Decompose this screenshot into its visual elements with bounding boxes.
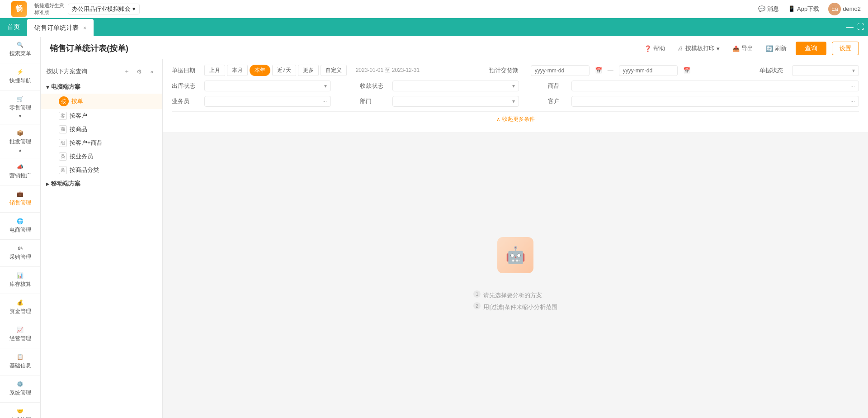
ecommerce-icon: 🌐 (17, 218, 24, 224)
scheme-item-by-customer-product[interactable]: 组 按客户+商品 (41, 136, 162, 150)
sidebar-item-inventory[interactable]: 📊 库存核算 (0, 267, 40, 294)
page-title: 销售订单统计表(按单) (50, 43, 128, 54)
purchase-icon: 🛍 (18, 245, 23, 252)
tab-sales-order-stats[interactable]: 销售订单统计表 × (27, 19, 94, 37)
user-avatar-action[interactable]: Ea demo2 (828, 3, 861, 15)
empty-icon: 🤖 (488, 237, 542, 282)
account-dropdown[interactable]: 办公用品行业模拟账套 ▾ (68, 4, 140, 14)
print-icon: 🖨 (678, 45, 684, 52)
tree-parent-pc[interactable]: ▾ 电脑端方案 (41, 80, 162, 94)
left-panel-actions: ＋ ⚙ « (122, 66, 157, 76)
logo-box: 畅 (7, 1, 31, 17)
sidebar-item-wholesale[interactable]: 📦 批发管理 ▴ (0, 124, 40, 158)
scheme-item-by-category[interactable]: 类 按商品分类 (41, 163, 162, 177)
salesperson-more-icon: ··· (322, 98, 327, 104)
scheme-salesperson-icon: 员 (59, 152, 67, 161)
add-scheme-button[interactable]: ＋ (122, 66, 132, 76)
tab-minimize-icon[interactable]: — (846, 23, 854, 31)
date-btn-custom[interactable]: 自定义 (321, 65, 347, 76)
refresh-button[interactable]: 🔄 刷新 (762, 43, 790, 54)
query-button[interactable]: 查询 (796, 42, 826, 55)
ship-status-select[interactable]: ▾ (204, 81, 331, 91)
wholesale-icon: 📦 (17, 130, 24, 136)
right-panel: 单据日期 上月 本月 本年 近7天 更多 自定义 2023-01-01 至 20… (163, 59, 868, 418)
sidebar-item-marketing[interactable]: 📣 营销推广 (0, 158, 40, 185)
department-select[interactable]: ▾ (392, 96, 519, 107)
left-panel-header: 按以下方案查询 ＋ ⚙ « (41, 64, 162, 80)
payment-status-select[interactable]: ▾ (392, 81, 519, 91)
status-dropdown-icon: ▾ (852, 67, 855, 74)
department-dropdown-icon: ▾ (512, 98, 515, 104)
refresh-icon: 🔄 (766, 45, 773, 52)
sidebar-item-search[interactable]: 🔍 搜索菜单 (0, 36, 40, 63)
scheme-customer-product-icon: 组 (59, 139, 67, 147)
tree-expand-mobile-icon: ▸ (46, 180, 49, 187)
sidebar-item-finance[interactable]: 💰 资金管理 (0, 294, 40, 321)
scheme-item-by-salesperson[interactable]: 员 按业务员 (41, 150, 162, 163)
filter-row-person: 业务员 ··· 部门 ▾ 客户 (172, 96, 859, 107)
help-button[interactable]: ❓ 帮助 (641, 43, 669, 54)
scheme-item-by-product[interactable]: 商 按商品 (41, 123, 162, 136)
filter-row-status: 出库状态 ▾ 收款状态 ▾ 商品 (172, 81, 859, 91)
date-btn-last-month[interactable]: 上月 (204, 65, 225, 76)
main-area: 🔍 搜索菜单 ⚡ 快捷导航 🛒 零售管理 ▾ 📦 批发管理 ▴ 📣 营销推广 💼… (0, 36, 868, 418)
tab-home[interactable]: 首页 (0, 18, 27, 36)
scheme-item-by-order[interactable]: 按 按单 (41, 94, 162, 109)
sidebar-item-quicknav[interactable]: ⚡ 快捷导航 (0, 63, 40, 90)
scheme-item-by-customer[interactable]: 客 按客户 (41, 109, 162, 123)
collapse-panel-button[interactable]: « (147, 66, 157, 76)
basic-icon: 📋 (17, 354, 24, 360)
print-button[interactable]: 🖨 按模板打印 ▾ (674, 43, 723, 54)
sidebar-item-purchase[interactable]: 🛍 采购管理 (0, 240, 40, 267)
operations-icon: 📈 (17, 327, 24, 333)
expected-date-start-input[interactable] (531, 65, 590, 76)
status-select[interactable]: ▾ (792, 65, 859, 76)
system-icon: ⚙️ (17, 381, 24, 387)
empty-tip-1: 1 请先选择要分析的方案 (473, 290, 557, 301)
scheme-product-icon: 商 (59, 125, 67, 133)
avatar: Ea (828, 3, 841, 15)
sales-icon: 💼 (17, 191, 24, 197)
empty-robot-illustration: 🤖 (497, 237, 533, 273)
retail-icon: 🛒 (17, 96, 24, 102)
tree-parent-mobile[interactable]: ▸ 移动端方案 (41, 177, 162, 190)
sidebar-item-operations[interactable]: 📈 经营管理 (0, 321, 40, 348)
split-area: 按以下方案查询 ＋ ⚙ « ▾ 电脑端方案 按 按单 (41, 59, 868, 418)
filter-area: 单据日期 上月 本月 本年 近7天 更多 自定义 2023-01-01 至 20… (163, 59, 868, 132)
left-panel: 按以下方案查询 ＋ ⚙ « ▾ 电脑端方案 按 按单 (41, 59, 163, 418)
date-btn-more[interactable]: 更多 (298, 65, 319, 76)
sidebar-item-system[interactable]: ⚙️ 系统管理 (0, 375, 40, 403)
app-download-action[interactable]: 📱 App下载 (788, 5, 819, 13)
message-icon: 💬 (758, 5, 765, 12)
message-action[interactable]: 💬 消息 (758, 5, 779, 13)
calendar-end-icon[interactable]: 📅 (683, 67, 690, 74)
sidebar-item-retail[interactable]: 🛒 零售管理 ▾ (0, 90, 40, 124)
inventory-icon: 📊 (17, 272, 24, 279)
product-select[interactable]: ··· (571, 81, 859, 91)
sidebar-item-ecommerce[interactable]: 🌐 电商管理 (0, 213, 40, 240)
calendar-start-icon[interactable]: 📅 (595, 67, 602, 74)
date-btn-last7[interactable]: 近7天 (272, 65, 296, 76)
settings-scheme-button[interactable]: ⚙ (134, 66, 144, 76)
date-btn-this-month[interactable]: 本月 (227, 65, 248, 76)
tab-close-icon[interactable]: × (83, 25, 86, 31)
collapse-bar[interactable]: ∧ 收起更多条件 (172, 111, 859, 127)
salesperson-select[interactable]: ··· (204, 96, 331, 107)
top-bar-right: 💬 消息 📱 App下载 Ea demo2 (758, 3, 861, 15)
customer-select[interactable]: ··· (571, 96, 859, 107)
collapse-up-icon: ∧ (496, 116, 500, 123)
sidebar-item-enterprise[interactable]: 🤝 企业协同 (0, 403, 40, 418)
tab-expand-icon[interactable]: ⛶ (857, 23, 864, 31)
finance-icon: 💰 (17, 299, 24, 306)
marketing-icon: 📣 (17, 164, 24, 170)
scheme-category-icon: 类 (59, 166, 67, 174)
empty-tips: 1 请先选择要分析的方案 2 用[过滤]条件来缩小分析范围 (473, 290, 557, 313)
sidebar-item-sales[interactable]: 💼 销售管理 (0, 185, 40, 213)
sidebar-item-basic[interactable]: 📋 基础信息 (0, 348, 40, 375)
enterprise-icon: 🤝 (17, 408, 24, 414)
export-button[interactable]: 📤 导出 (729, 43, 757, 54)
expected-date-end-input[interactable] (619, 65, 678, 76)
sidebar: 🔍 搜索菜单 ⚡ 快捷导航 🛒 零售管理 ▾ 📦 批发管理 ▴ 📣 营销推广 💼… (0, 36, 41, 418)
setting-button[interactable]: 设置 (832, 42, 859, 55)
date-btn-this-year[interactable]: 本年 (250, 65, 270, 76)
